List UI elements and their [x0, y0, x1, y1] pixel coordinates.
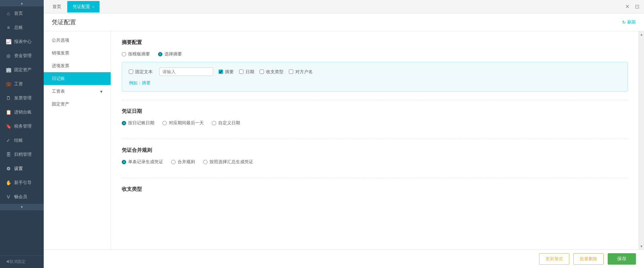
nav-item-sale-invoice[interactable]: 销项发票: [44, 47, 111, 59]
report-icon: 📈: [5, 39, 11, 44]
left-nav: 公共选项 销项发票 进项发票 日记账 工资表 ▾ 固定资产: [44, 31, 111, 250]
merge-rule-radio[interactable]: [171, 160, 176, 164]
nav-item-sale-invoice-label: 销项发票: [52, 50, 69, 56]
footer: 更新预览 批量删除 保存: [44, 250, 644, 268]
sidebar-item-report[interactable]: 📈 报表中心: [0, 35, 44, 49]
checkbox-counterpart[interactable]: 对方户名: [289, 69, 313, 75]
summary-section-title: 摘要配置: [122, 39, 628, 46]
sidebar-item-label: 结账: [14, 137, 23, 143]
unpin-label: ◀取消固定: [5, 259, 26, 265]
sidebar-item-label: 工资: [14, 81, 23, 87]
sidebar-item-home[interactable]: ⌂ 首页: [0, 6, 44, 20]
sidebar-item-ledger[interactable]: ≡ 总账: [0, 20, 44, 35]
merge-rule-radio-group: 单条记录生成凭证 合并规则 按照选择汇总生成凭证: [122, 159, 628, 165]
sidebar-item-vip[interactable]: V 畅会员: [0, 190, 44, 204]
summary-checkbox[interactable]: [219, 70, 223, 74]
sidebar-item-invoice[interactable]: 🗒 发票管理: [0, 91, 44, 105]
tab-close-icon[interactable]: ×: [92, 5, 94, 9]
salary-icon: 💼: [5, 81, 11, 87]
sidebar-item-tax[interactable]: 🔖 税务管理: [0, 119, 44, 133]
date-radio-custom[interactable]: 自定义日期: [212, 120, 240, 126]
summary-label: 摘要: [225, 69, 234, 75]
nav-item-payroll-label: 工资表: [52, 88, 65, 94]
sidebar-item-archive[interactable]: 🗄 归档管理: [0, 147, 44, 162]
sidebar-unpin-button[interactable]: ◀取消固定: [0, 255, 44, 268]
update-preview-button[interactable]: 更新预览: [539, 253, 569, 265]
date-radio-last-day[interactable]: 对应期间最后一天: [162, 120, 204, 126]
tab-home[interactable]: 首页: [47, 1, 67, 12]
guide-icon: ✋: [5, 180, 11, 185]
voucher-date-section-title: 凭证日期: [122, 108, 628, 115]
nav-item-purchase-invoice-label: 进项发票: [52, 63, 69, 69]
income-type-checkbox[interactable]: [260, 70, 264, 74]
main-area: 首页 凭证配置 × ✕ ⊡ 凭证配置 ↻ 刷新 公共选项 销项发票 进: [44, 0, 644, 268]
fixed-text-label: 固定文本: [135, 69, 153, 75]
refresh-icon: ↻: [622, 20, 626, 25]
nav-item-journal[interactable]: 日记账: [44, 72, 111, 85]
sidebar-item-close[interactable]: ✓ 结账: [0, 133, 44, 147]
sidebar-item-capital[interactable]: ◎ 资金管理: [0, 49, 44, 63]
window-expand-icon[interactable]: ⊡: [634, 2, 641, 11]
sidebar-scroll-up[interactable]: ▲: [0, 0, 44, 6]
date-checkbox[interactable]: [239, 70, 243, 74]
save-button[interactable]: 保存: [608, 253, 636, 265]
merge-radio-batch[interactable]: 按照选择汇总生成凭证: [203, 159, 253, 165]
nav-item-public-label: 公共选项: [52, 37, 69, 43]
last-day-radio[interactable]: [162, 121, 167, 125]
tab-voucher-config[interactable]: 凭证配置 ×: [67, 1, 100, 12]
chevron-down-icon: ▾: [100, 89, 103, 94]
merge-radio-single[interactable]: 单条记录生成凭证: [122, 159, 163, 165]
scroll-edge-down[interactable]: ▼: [639, 243, 644, 250]
nav-item-public[interactable]: 公共选项: [44, 34, 111, 47]
sidebar-item-label: 固定资产: [14, 67, 32, 73]
single-record-radio[interactable]: [122, 160, 126, 164]
counterpart-checkbox[interactable]: [289, 70, 293, 74]
summary-template-radio[interactable]: [122, 52, 126, 56]
nav-item-purchase-invoice[interactable]: 进项发票: [44, 59, 111, 72]
voucher-date-section: 凭证日期 按日记账日期 对应期间最后一天 自定义日期: [122, 108, 628, 139]
close-account-icon: ✓: [5, 138, 11, 143]
merge-rule-section-title: 凭证合并规则: [122, 147, 628, 153]
summary-example: 例如：摘要: [129, 80, 621, 86]
income-type-section-title: 收支类型: [122, 186, 628, 192]
home-icon: ⌂: [5, 11, 11, 16]
sidebar-scroll-down[interactable]: ▼: [0, 204, 44, 210]
date-radio-journal[interactable]: 按日记账日期: [122, 120, 154, 126]
journal-date-radio[interactable]: [122, 121, 126, 125]
sidebar-item-salary[interactable]: 💼 工资: [0, 77, 44, 91]
summary-checkbox-group: 固定文本 摘要 日期 收支类型: [129, 68, 621, 76]
page-header: 凭证配置 ↻ 刷新: [44, 13, 644, 31]
nav-item-payroll[interactable]: 工资表 ▾: [44, 85, 111, 98]
checkbox-summary[interactable]: 摘要: [219, 69, 234, 75]
summary-radio-select[interactable]: 选择摘要: [158, 51, 182, 57]
custom-date-radio[interactable]: [212, 121, 216, 125]
window-close-icon[interactable]: ✕: [624, 2, 631, 11]
settings-icon: ⚙: [5, 166, 11, 171]
fixed-text-checkbox[interactable]: [129, 70, 133, 74]
summary-section: 摘要配置 按模板摘要 选择摘要 固定文本: [122, 39, 628, 100]
sidebar-item-label: 总账: [14, 25, 23, 31]
checkbox-income-type[interactable]: 收支类型: [260, 69, 283, 75]
scroll-edge-up[interactable]: ▲: [639, 31, 644, 38]
sales-icon: 📋: [5, 109, 11, 115]
sidebar-item-sales[interactable]: 📋 进销台账: [0, 105, 44, 119]
custom-date-label: 自定义日期: [218, 120, 240, 126]
sidebar-item-settings[interactable]: ⚙ 设置: [0, 162, 44, 176]
sidebar-item-guide[interactable]: ✋ 新手引导: [0, 176, 44, 190]
checkbox-fixed-text[interactable]: 固定文本: [129, 69, 153, 75]
summary-radio-template[interactable]: 按模板摘要: [122, 51, 150, 57]
merge-rule-section: 凭证合并规则 单条记录生成凭证 合并规则 按照选择汇总生成凭证: [122, 147, 628, 178]
summary-radio-group: 按模板摘要 选择摘要: [122, 51, 628, 57]
fixed-text-input[interactable]: [159, 68, 213, 76]
tab-bar: 首页 凭证配置 × ✕ ⊡: [44, 0, 644, 13]
nav-item-fixed-assets[interactable]: 固定资产: [44, 98, 111, 110]
sidebar-item-fixed-assets[interactable]: 🏢 固定资产: [0, 63, 44, 77]
checkbox-date[interactable]: 日期: [239, 69, 254, 75]
tax-icon: 🔖: [5, 124, 11, 129]
merge-radio-merge[interactable]: 合并规则: [171, 159, 195, 165]
batch-delete-button[interactable]: 批量删除: [573, 253, 604, 265]
summary-select-radio[interactable]: [158, 52, 162, 56]
batch-merge-radio[interactable]: [203, 160, 207, 164]
refresh-button[interactable]: ↻ 刷新: [622, 19, 636, 25]
sidebar-item-label: 归档管理: [14, 151, 32, 158]
